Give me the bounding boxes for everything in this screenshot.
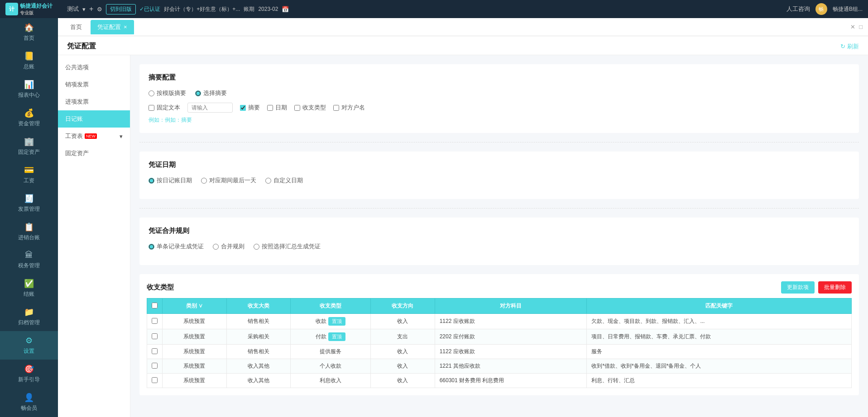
table-body: 系统预置 销售相关 收款 置顶 收入 1122 应收账款 欠款、现金、项目款、到… [147,314,852,388]
summary-radio-group: 按模版摘要 选择摘要 [149,89,850,97]
voucher-date-custom[interactable]: 自定义日期 [265,176,303,185]
row-category-0: 系统预置 [163,314,227,329]
sidebar-item-发票管理[interactable]: 🧾发票管理 [0,189,58,218]
sidebar-item-总账[interactable]: 📒总账 [0,47,58,75]
merge-single[interactable]: 单条记录生成凭证 [149,242,204,251]
topbar-right: 人工咨询 畅 畅捷通B组... [786,3,863,15]
table-row: 系统预置 销售相关 提供服务 收入 1122 应收账款 服务 [147,345,852,359]
sidebar-item-归档管理[interactable]: 📁归档管理 [0,303,58,331]
sidebar-item-固定资产[interactable]: 🏢固定资产 [0,132,58,161]
sidebar-item-结账[interactable]: ✅结账 [0,274,58,303]
sidebar-item-报表中心[interactable]: 📊报表中心 [0,75,58,104]
voucher-date-journal[interactable]: 按日记账日期 [149,176,192,185]
row-major-0: 销售相关 [226,314,291,329]
sidebar-icon-工资: 💳 [24,165,34,175]
fixed-text-label[interactable]: 固定文本 [149,104,180,112]
tag-btn-0[interactable]: 置顶 [328,317,345,326]
table-head: 类别 ∨ 收支大类 收支类型 收支方向 对方科目 匹配关键字 [147,299,852,314]
summary-radio-template[interactable]: 按模版摘要 [149,89,186,97]
voucher-date-title: 凭证日期 [149,161,850,169]
sidebar-icon-发票管理: 🧾 [24,194,34,204]
row-major-1: 采购相关 [226,329,291,345]
row-checkbox-0[interactable] [147,314,163,329]
tab-凭证配置[interactable]: 凭证配置× [91,20,134,34]
tab-close-凭证配置[interactable]: × [124,24,127,30]
merge-summary[interactable]: 按照选择汇总生成凭证 [254,242,321,251]
row-category-4: 系统预置 [163,374,227,388]
left-nav-label-公共选项: 公共选项 [65,63,89,71]
fixed-text-input[interactable] [187,103,233,113]
row-keywords-3: 收到*借款、收到*备用金、退回*备用金、个人 [587,359,852,374]
logo-icon: 计 [5,3,18,15]
row-checkbox-2[interactable] [147,345,163,359]
fixed-text-checkbox[interactable] [149,105,154,111]
sidebar-icon-进销台账: 📋 [24,222,34,232]
add-icon[interactable]: + [89,5,93,13]
sidebar-item-畅会员[interactable]: 👤畅会员 [0,388,58,417]
summary-checkbox[interactable]: 摘要 [240,104,260,112]
select-all-header[interactable] [147,299,163,314]
tag-btn-1[interactable]: 置顶 [328,332,345,341]
calendar-icon[interactable]: 📅 [282,6,289,13]
summary-radio-select[interactable]: 选择摘要 [195,89,227,97]
row-checkbox-1[interactable] [147,329,163,345]
left-nav-item-进项发票[interactable]: 进项发票 [58,93,130,110]
consult-label[interactable]: 人工咨询 [786,5,810,13]
sidebar-label-工资: 工资 [24,177,34,185]
row-checkbox-4[interactable] [147,374,163,388]
batch-delete-button[interactable]: 批量删除 [818,281,852,294]
workspace-label: 测试 [67,5,79,13]
merge-rule[interactable]: 合并规则 [213,242,245,251]
sidebar-item-工资[interactable]: 💳工资 [0,161,58,189]
update-button[interactable]: 更新款项 [781,281,815,294]
close-window-icon[interactable]: ✕ [850,24,855,30]
sidebar-icon-首页: 🏠 [24,23,34,33]
logo: 计 畅捷通好会计 专业版 [5,2,63,16]
left-nav-item-公共选项[interactable]: 公共选项 [58,59,130,76]
left-nav-label-固定资产: 固定资产 [65,149,89,157]
sidebar-item-设置[interactable]: ⚙设置 [0,331,58,360]
voucher-date-last-day[interactable]: 对应期间最后一天 [201,176,256,185]
period-label: 账期 [244,5,254,13]
sidebar-item-资金管理[interactable]: 💰资金管理 [0,104,58,132]
row-direction-2: 收入 [371,345,435,359]
sidebar-label-首页: 首页 [24,34,34,42]
sidebar-item-新手引导[interactable]: 🎯新手引导 [0,360,58,388]
sidebar-item-税务管理[interactable]: 🏛税务管理 [0,246,58,274]
switch-version-button[interactable]: 切到旧版 [106,4,136,14]
avatar[interactable]: 畅 [815,3,827,15]
settings-icon[interactable]: ⚙ [97,6,102,13]
sidebar-icon-畅会员: 👤 [24,393,34,403]
col-keywords: 匹配关键字 [587,299,852,314]
table-header-row: 收支类型 更新款项 批量删除 [147,281,852,294]
sidebar-item-首页[interactable]: 🏠首页 [0,18,58,47]
row-direction-3: 收入 [371,359,435,374]
summary-config-title: 摘要配置 [149,73,850,82]
tab-首页[interactable]: 首页 [63,20,89,34]
sidebar-icon-新手引导: 🎯 [24,364,34,374]
counterpart-name-checkbox[interactable]: 对方户名 [333,104,365,112]
content-area: 首页凭证配置× ✕ □ 凭证配置 ↻ 刷新 公共选项销项发票进项发票日记账工资表… [58,18,868,417]
sidebar-label-新手引导: 新手引导 [18,376,40,384]
row-account-3: 1221 其他应收款 [435,359,587,374]
tab-bar: 首页凭证配置× ✕ □ [58,18,868,36]
workspace-dropdown-icon[interactable]: ▾ [82,6,86,13]
income-type-checkbox[interactable]: 收支类型 [294,104,326,112]
sidebar-label-结账: 结账 [24,290,34,298]
merge-rules-title: 凭证合并规则 [149,227,850,235]
voucher-date-radio-group: 按日记账日期 对应期间最后一天 自定义日期 [149,176,850,185]
maximize-icon[interactable]: □ [859,24,863,30]
left-nav-item-固定资产[interactable]: 固定资产 [58,145,130,162]
row-type-4: 利息收入 [291,374,371,388]
left-nav-item-日记账[interactable]: 日记账 [58,110,130,128]
left-nav-item-工资表[interactable]: 工资表NEW▾ [58,128,130,145]
left-nav-item-销项发票[interactable]: 销项发票 [58,76,130,93]
sidebar-icon-报表中心: 📊 [24,80,34,90]
refresh-button[interactable]: ↻ 刷新 [840,43,859,51]
row-checkbox-3[interactable] [147,359,163,374]
row-major-3: 收入其他 [226,359,291,374]
sidebar-label-报表中心: 报表中心 [18,91,40,99]
income-expense-table: 类别 ∨ 收支大类 收支类型 收支方向 对方科目 匹配关键字 系统预置 [147,298,852,388]
date-checkbox[interactable]: 日期 [267,104,287,112]
sidebar-item-进销台账[interactable]: 📋进销台账 [0,218,58,246]
